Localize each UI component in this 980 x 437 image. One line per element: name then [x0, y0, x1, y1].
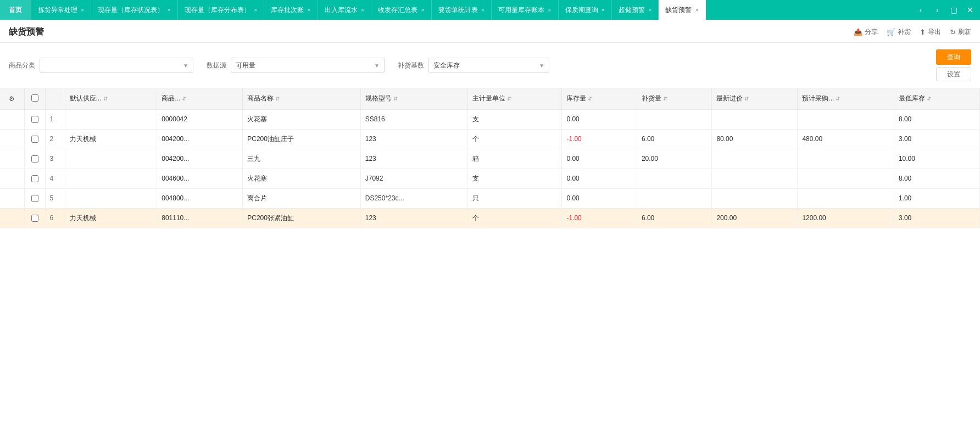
row-stock: 0.00 [562, 149, 637, 169]
row-checkbox[interactable] [31, 175, 38, 182]
filter-category-select[interactable]: ▼ [40, 58, 193, 73]
export-button[interactable]: ⬆ 导出 [920, 27, 941, 37]
row-checkbox-cell[interactable] [24, 149, 45, 169]
nav-tab-receipt-summary[interactable]: 收发存汇总表 × [371, 0, 431, 20]
page-header: 缺货预警 📤 分享 🛒 补货 ⬆ 导出 ↻ 刷新 [0, 20, 980, 43]
settings-button[interactable]: 设置 [936, 67, 971, 81]
table-header-row: ⚙ 默认供应... ⇵ 商品.. [0, 88, 980, 109]
row-supplier [65, 149, 157, 169]
row-checkbox-cell[interactable] [24, 208, 45, 228]
nav-tab-available-ledger-close[interactable]: × [548, 7, 551, 13]
row-checkbox[interactable] [31, 116, 38, 123]
row-checkbox[interactable] [31, 136, 38, 143]
nav-tab-inout-flow-close[interactable]: × [361, 7, 364, 13]
th-goods-code-label: 商品... [162, 94, 180, 103]
nav-tab-overstock-label: 超储预警 [619, 5, 645, 15]
row-checkbox-cell[interactable] [24, 169, 45, 188]
nav-tab-overstock[interactable]: 超储预警 × [612, 0, 659, 20]
nav-tab-home[interactable]: 首页 [0, 0, 31, 20]
nav-tab-inventory-status-close[interactable]: × [167, 7, 170, 13]
nav-prev-button[interactable]: ‹ [913, 2, 928, 18]
th-goods-name[interactable]: 商品名称 ⇵ [243, 88, 361, 109]
row-checkbox[interactable] [31, 195, 38, 202]
th-unit[interactable]: 主计量单位 ⇵ [467, 88, 562, 109]
row-replenish: 6.00 [637, 129, 712, 149]
th-index [45, 88, 65, 109]
row-goods-name: 火花塞 [243, 109, 361, 129]
table-row: 5 004800... 离合片 DS250*23c... 只 0.00 1.00 [0, 188, 980, 208]
filter-replenish-base-select[interactable]: 安全库存 ▼ [428, 58, 549, 73]
nav-tab-order-stats[interactable]: 要货单统计表 × [432, 0, 492, 20]
row-est-purchase [798, 169, 894, 188]
query-button[interactable]: 查询 [936, 49, 971, 65]
nav-tab-inventory-status-label: 现存量（库存状况表） [98, 5, 164, 15]
th-latest-price-label: 最新进价 [716, 94, 743, 103]
nav-close-button[interactable]: ✕ [962, 2, 978, 18]
row-stock: 0.00 [562, 188, 637, 208]
row-gear-cell [0, 129, 24, 149]
th-est-purchase[interactable]: 预计采购... ⇵ [798, 88, 894, 109]
nav-tab-exception[interactable]: 拣货异常处理 × [31, 0, 91, 20]
row-checkbox[interactable] [31, 155, 38, 163]
th-latest-price[interactable]: 最新进价 ⇵ [712, 88, 798, 109]
th-supplier[interactable]: 默认供应... ⇵ [65, 88, 157, 109]
th-min-stock[interactable]: 最低库存 ⇵ [894, 88, 979, 109]
row-spec: 123 [360, 129, 467, 149]
row-index: 4 [45, 169, 65, 188]
filter-datasource-value: 可用量 [236, 61, 255, 70]
th-stock[interactable]: 库存量 ⇵ [562, 88, 637, 109]
nav-tab-expiry-query[interactable]: 保质期查询 × [559, 0, 612, 20]
row-unit: 支 [467, 169, 562, 188]
nav-tab-inventory-dist[interactable]: 现存量（库存分布表） × [178, 0, 264, 20]
th-replenish-label: 补货量 [642, 94, 661, 103]
row-gear-cell [0, 208, 24, 228]
nav-tab-batch-account[interactable]: 库存批次账 × [264, 0, 318, 20]
th-unit-label: 主计量单位 [472, 94, 505, 103]
row-checkbox[interactable] [31, 215, 38, 222]
row-supplier [65, 169, 157, 188]
nav-next-button[interactable]: › [929, 2, 945, 18]
nav-tab-shortage[interactable]: 缺货预警 × [659, 0, 705, 20]
th-gear[interactable]: ⚙ [0, 88, 24, 109]
row-replenish [637, 109, 712, 129]
row-replenish: 6.00 [637, 208, 712, 228]
row-goods-name: 火花塞 [243, 169, 361, 188]
row-min-stock: 3.00 [894, 129, 979, 149]
row-latest-price: 200.00 [712, 208, 798, 228]
nav-controls: ‹ › ▢ ✕ [913, 2, 980, 18]
row-checkbox-cell[interactable] [24, 109, 45, 129]
row-latest-price: 80.00 [712, 129, 798, 149]
nav-tab-order-stats-close[interactable]: × [481, 7, 485, 13]
nav-tab-batch-account-close[interactable]: × [307, 7, 310, 13]
row-checkbox-cell[interactable] [24, 188, 45, 208]
nav-tab-inventory-status[interactable]: 现存量（库存状况表） × [91, 0, 177, 20]
nav-tab-shortage-label: 缺货预警 [665, 5, 692, 15]
th-checkbox[interactable] [24, 88, 45, 109]
nav-tab-receipt-summary-close[interactable]: × [421, 7, 424, 13]
row-supplier [65, 188, 157, 208]
nav-tab-inventory-dist-close[interactable]: × [254, 7, 257, 13]
data-table: ⚙ 默认供应... ⇵ 商品.. [0, 88, 980, 228]
th-replenish[interactable]: 补货量 ⇵ [637, 88, 712, 109]
goods-code-sort-icon: ⇵ [182, 96, 186, 102]
nav-tab-available-ledger[interactable]: 可用量库存账本 × [492, 0, 558, 20]
row-replenish [637, 188, 712, 208]
nav-tab-shortage-close[interactable]: × [695, 7, 698, 13]
nav-tab-overstock-close[interactable]: × [648, 7, 652, 13]
th-goods-code[interactable]: 商品... ⇵ [157, 88, 243, 109]
row-checkbox-cell[interactable] [24, 129, 45, 149]
row-min-stock: 8.00 [894, 109, 979, 129]
nav-tab-inout-flow[interactable]: 出入库流水 × [318, 0, 371, 20]
nav-restore-button[interactable]: ▢ [946, 2, 961, 18]
nav-tab-expiry-query-close[interactable]: × [602, 7, 605, 13]
page-title: 缺货预警 [9, 26, 44, 38]
nav-tab-exception-label: 拣货异常处理 [38, 5, 77, 15]
th-spec[interactable]: 规格型号 ⇵ [360, 88, 467, 109]
replenish-button[interactable]: 🛒 补货 [887, 27, 911, 37]
filter-datasource-select[interactable]: 可用量 ▼ [231, 58, 385, 73]
refresh-button[interactable]: ↻ 刷新 [950, 27, 971, 37]
share-button[interactable]: 📤 分享 [854, 27, 878, 37]
select-all-checkbox[interactable] [31, 94, 38, 102]
nav-tab-exception-close[interactable]: × [81, 7, 84, 13]
row-goods-code: 004200... [157, 129, 243, 149]
